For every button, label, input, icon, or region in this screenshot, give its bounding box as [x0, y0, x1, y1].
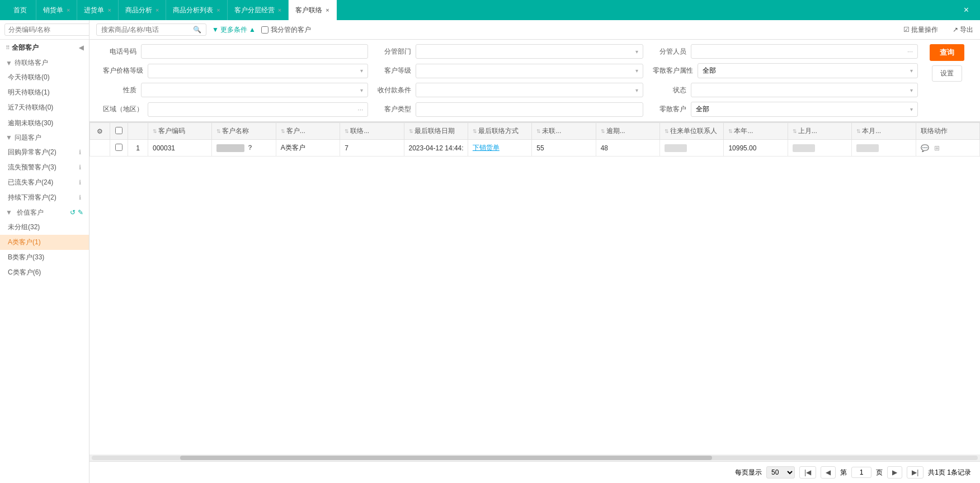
customer-tier-label: 客户等级	[378, 66, 411, 75]
sidebar-section-pending[interactable]: ▼ 待联络客户	[0, 56, 89, 70]
select-all-checkbox[interactable]	[115, 127, 123, 134]
sort-icon: ⇅	[536, 129, 541, 134]
close-icon[interactable]: ×	[278, 7, 281, 13]
sidebar-search-input[interactable]	[4, 23, 89, 36]
sidebar-item-overdue[interactable]: 逾期未联络(30)	[0, 116, 89, 131]
sidebar-item-abnormal[interactable]: 回购异常客户(2) ℹ	[0, 145, 89, 160]
main-search-input[interactable]	[101, 26, 191, 34]
th-code: ⇅ 客户编码	[148, 123, 212, 140]
sidebar-section-value[interactable]: ▼ 价值客户 ↺ ✎	[0, 206, 89, 220]
th-last-month: ⇅ 上月...	[788, 123, 851, 140]
tab-sales-label: 销货单	[43, 6, 63, 15]
row-gear	[90, 140, 110, 157]
setting-button[interactable]: 设置	[932, 65, 962, 82]
row-code: 000031	[148, 140, 212, 157]
chevron-down-icon: ▾	[360, 68, 363, 74]
next-page-button[interactable]: ▶	[887, 466, 902, 479]
window-close-button[interactable]: ×	[957, 5, 976, 15]
customer-type-input[interactable]	[416, 102, 643, 117]
status-select[interactable]: ▾	[691, 83, 918, 97]
tab-customer-tier[interactable]: 客户分层经营 ×	[228, 0, 289, 20]
row-last-month	[788, 140, 851, 157]
data-table: ⚙ ⇅ 客户编码 ⇅	[89, 122, 980, 157]
more-filters-button[interactable]: ▼ 更多条件 ▲	[212, 25, 256, 35]
my-customers-checkbox[interactable]	[261, 26, 268, 34]
filter-region: 区域（地区） ···	[98, 102, 373, 117]
tab-sales[interactable]: 销货单 ×	[36, 0, 77, 20]
retail-attr-select[interactable]: 全部 ▾	[698, 63, 918, 78]
payment-select[interactable]: ▾	[416, 83, 643, 97]
row-cat: A类客户	[276, 140, 340, 157]
close-icon[interactable]: ×	[326, 7, 329, 13]
sort-icon: ⇅	[281, 129, 285, 134]
filter-bar: 🔍 ▼ 更多条件 ▲ 我分管的客户 ☑ 批量操作 ↗ 导出	[89, 20, 980, 40]
prev-page-button[interactable]: ◀	[821, 466, 836, 479]
th-gear[interactable]: ⚙	[90, 123, 110, 140]
search-icon[interactable]: 🔍	[193, 26, 201, 34]
customer-tier-select[interactable]: ▾	[416, 64, 643, 78]
filter-dept: 分管部门 ▾	[373, 44, 648, 59]
horizontal-scrollbar[interactable]	[89, 454, 980, 461]
last-page-button[interactable]: ▶|	[907, 466, 924, 479]
chevron-down-icon: ▾	[360, 87, 363, 93]
scrollbar-thumb[interactable]	[180, 456, 712, 460]
batch-operation-button[interactable]: ☑ 批量操作	[903, 25, 938, 35]
close-icon[interactable]: ×	[156, 7, 159, 13]
sort-icon: ⇅	[409, 129, 413, 134]
edit-icon[interactable]: ✎	[78, 209, 83, 216]
sidebar-item-ungroup[interactable]: 未分组(32)	[0, 220, 89, 235]
nature-label: 性质	[103, 86, 136, 95]
sidebar-item-tomorrow[interactable]: 明天待联络(1)	[0, 85, 89, 100]
collapse-icon[interactable]: ◀	[79, 44, 83, 51]
sidebar-item-class-c[interactable]: C类客户(6)	[0, 265, 89, 280]
close-icon[interactable]: ×	[107, 7, 111, 13]
export-button[interactable]: ↗ 导出	[953, 25, 973, 35]
tab-analysis-label: 商品分析	[125, 6, 152, 15]
phone-input[interactable]	[141, 44, 368, 59]
close-icon[interactable]: ×	[216, 7, 220, 13]
tab-analysis-list[interactable]: 商品分析列表 ×	[166, 0, 227, 20]
sidebar-section-problem[interactable]: ▼ 问题客户	[0, 131, 89, 145]
manager-input[interactable]: ···	[691, 44, 918, 59]
row-name: ？	[212, 140, 276, 157]
region-input[interactable]: ···	[148, 102, 368, 117]
tab-analysis[interactable]: 商品分析 ×	[119, 0, 166, 20]
last-method-link[interactable]: 下销货单	[473, 144, 500, 151]
retail-customer-select[interactable]: 全部 ▾	[691, 102, 918, 117]
per-page-select[interactable]: 50 100 200	[766, 466, 795, 479]
th-last-method: ⇅ 最后联络方式	[468, 123, 531, 140]
status-label: 状态	[653, 86, 686, 95]
row-contact: 7	[340, 140, 404, 157]
filter-phone: 电话号码	[98, 44, 373, 59]
row-last-date: 2023-04-12 14:44:	[404, 140, 468, 157]
action-icon-2[interactable]: ⊞	[934, 144, 940, 152]
manager-label: 分管人员	[653, 47, 686, 56]
ellipsis-icon: ···	[907, 48, 913, 55]
query-button[interactable]: 查询	[930, 44, 964, 61]
close-icon[interactable]: ×	[67, 7, 70, 13]
tab-customer-contact[interactable]: 客户联络 ×	[289, 0, 336, 20]
export-icon: ↗	[953, 26, 958, 34]
first-page-button[interactable]: |◀	[799, 466, 816, 479]
chevron-icon: ▲	[249, 26, 256, 34]
sidebar-item-class-b[interactable]: B类客户(33)	[0, 250, 89, 265]
sidebar-item-declining[interactable]: 持续下滑客户(2) ℹ	[0, 190, 89, 205]
nature-select[interactable]: ▾	[141, 83, 368, 97]
action-icon-1[interactable]: 💬	[921, 144, 929, 152]
sidebar-item-7days[interactable]: 近7天待联络(0)	[0, 100, 89, 115]
content-area: 🔍 ▼ 更多条件 ▲ 我分管的客户 ☑ 批量操作 ↗ 导出	[89, 20, 980, 483]
refresh-icon[interactable]: ↺	[70, 209, 76, 216]
sidebar-item-lostwarning[interactable]: 流失预警客户(3) ℹ	[0, 160, 89, 175]
dept-select[interactable]: ▾	[416, 44, 643, 59]
this-month-blur	[856, 144, 879, 152]
price-tier-select[interactable]: ▾	[148, 64, 368, 78]
sidebar-all-customers[interactable]: ⠿ 全部客户 ◀	[0, 40, 89, 56]
info-icon: ℹ	[79, 148, 81, 158]
tab-purchase[interactable]: 进货单 ×	[77, 0, 118, 20]
row-checkbox[interactable]	[115, 144, 123, 151]
sidebar-item-lost[interactable]: 已流失客户(24) ℹ	[0, 175, 89, 190]
page-input[interactable]	[851, 467, 871, 478]
sidebar-item-today[interactable]: 今天待联络(0)	[0, 70, 89, 85]
sidebar-item-class-a[interactable]: A类客户(1)	[0, 235, 89, 250]
tab-home[interactable]: 首页	[4, 0, 36, 20]
